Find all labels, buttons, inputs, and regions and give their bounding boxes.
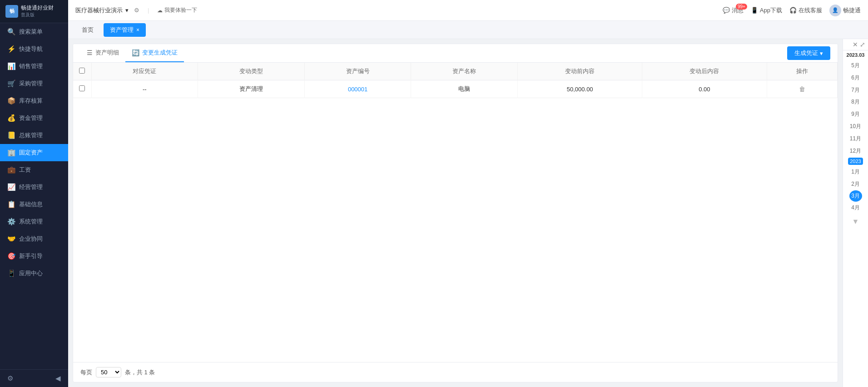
logo-name: 畅捷通好业财 — [21, 5, 54, 12]
tab-home[interactable]: 首页 — [75, 23, 100, 37]
avatar: 👤 — [829, 5, 841, 16]
subtabs-bar: ☰ 资产明细 🔄 变更生成凭证 生成凭证 ▾ — [73, 44, 838, 63]
row-asset-no[interactable]: 000001 — [304, 80, 411, 98]
timeline-scroll-area: 2023.03 5月 6月 7月 8月 9月 10月 11月 12月 2023 … — [843, 50, 868, 387]
list-icon: ☰ — [87, 49, 93, 56]
delete-icon[interactable]: 🗑 — [799, 85, 805, 93]
sidebar-item-label: 快捷导航 — [19, 45, 43, 53]
select-all-checkbox[interactable] — [79, 68, 85, 74]
col-action: 操作 — [767, 63, 837, 80]
row-after: 0.00 — [642, 80, 767, 98]
timeline-month-11[interactable]: 11月 — [843, 133, 868, 145]
home-tab-label: 首页 — [82, 26, 94, 33]
sidebar-item-inventory[interactable]: 📦 库存核算 — [0, 92, 68, 109]
messages-button[interactable]: 💬 消息 99+ — [723, 6, 744, 15]
search-icon: 🔍 — [7, 28, 15, 36]
timeline-month-9[interactable]: 9月 — [843, 108, 868, 120]
user-label: 畅捷通 — [843, 6, 861, 15]
timeline-down-arrow-area: ▼ — [848, 214, 863, 229]
sidebar-item-label: 应用中心 — [19, 269, 43, 278]
timeline-month-4[interactable]: 4月 — [843, 202, 868, 214]
sidebar-item-ops[interactable]: 📈 经营管理 — [0, 179, 68, 196]
pagination: 每页 50 10 20 100 条，共 1 条 — [73, 362, 838, 382]
timeline-month-10[interactable]: 10月 — [843, 120, 868, 133]
sidebar-item-purchase[interactable]: 🛒 采购管理 — [0, 75, 68, 92]
company-selector[interactable]: 医疗器械行业演示 ▾ — [75, 6, 129, 15]
inventory-icon: 📦 — [7, 97, 15, 105]
timeline-month-5[interactable]: 5月 — [843, 60, 868, 72]
row-select-checkbox[interactable] — [79, 85, 85, 91]
sidebar-item-label: 采购管理 — [19, 79, 43, 88]
customer-service-label: 在线客服 — [799, 6, 822, 15]
sidebar-item-label: 企业协同 — [19, 235, 43, 243]
sidebar-item-label: 固定资产 — [19, 149, 43, 157]
subtab1-label: 资产明细 — [95, 49, 119, 57]
purchase-icon: 🛒 — [7, 79, 15, 88]
sidebar-item-collab[interactable]: 🤝 企业协同 — [0, 230, 68, 248]
sidebar-item-basic[interactable]: 📋 基础信息 — [0, 196, 68, 213]
sidebar-item-label: 库存核算 — [19, 97, 43, 105]
sidebar-logo: 畅 畅捷通好业财 普及版 — [0, 0, 68, 23]
user-avatar-area[interactable]: 👤 畅捷通 — [829, 5, 861, 16]
sidebar-item-label: 销售管理 — [19, 62, 43, 70]
timeline-down-arrow[interactable]: ▼ — [850, 216, 861, 228]
active-tab-label: 资产管理 — [110, 26, 134, 34]
row-action[interactable]: 🗑 — [767, 80, 837, 98]
col-voucher: 对应凭证 — [91, 63, 198, 80]
sidebar-item-label: 搜索菜单 — [19, 28, 43, 36]
settings-icon[interactable]: ⚙ — [7, 374, 13, 382]
sidebar-item-system[interactable]: ⚙️ 系统管理 — [0, 213, 68, 230]
generate-voucher-button[interactable]: 生成凭证 ▾ — [787, 46, 830, 60]
sidebar-item-quicknav[interactable]: ⚡ 快捷导航 — [0, 40, 68, 58]
settings-gear-icon[interactable]: ⚙ — [134, 7, 139, 14]
subtab-generate-voucher[interactable]: 🔄 变更生成凭证 — [125, 44, 184, 62]
subtab-asset-detail[interactable]: ☰ 资产明细 — [80, 44, 125, 62]
topbar: 医疗器械行业演示 ▾ ⚙ | ☁ 我要体验一下 💬 消息 99+ 📱 App下载… — [68, 0, 868, 21]
main-area: 医疗器械行业演示 ▾ ⚙ | ☁ 我要体验一下 💬 消息 99+ 📱 App下载… — [68, 0, 868, 387]
demo-item[interactable]: ☁ 我要体验一下 — [157, 6, 197, 14]
col-asset-name: 资产名称 — [411, 63, 518, 80]
sidebar-item-ledger[interactable]: 📒 总账管理 — [0, 127, 68, 144]
sidebar-item-label: 新手引导 — [19, 252, 43, 260]
timeline-month-1[interactable]: 1月 — [843, 166, 868, 178]
timeline-year-badge: 2023 — [848, 158, 863, 165]
app-download-button[interactable]: 📱 App下载 — [751, 6, 782, 15]
sidebar-toggle-icon[interactable]: ◀ — [55, 374, 61, 382]
voucher-icon: 🔄 — [132, 49, 139, 56]
sidebar-item-fixed[interactable]: 🏢 固定资产 — [0, 144, 68, 161]
generate-btn-arrow: ▾ — [820, 50, 823, 57]
content-panel: ☰ 资产明细 🔄 变更生成凭证 生成凭证 ▾ — [73, 44, 838, 382]
timeline-month-12[interactable]: 12月 — [843, 145, 868, 157]
total-label: 条，共 1 条 — [125, 368, 155, 377]
per-page-select[interactable]: 50 10 20 100 — [96, 367, 121, 377]
timeline-close-button[interactable]: ✕ — [853, 41, 858, 48]
timeline-month-6[interactable]: 6月 — [843, 72, 868, 84]
sidebar-item-label: 系统管理 — [19, 218, 43, 226]
dropdown-icon: ▾ — [125, 7, 129, 14]
sidebar-item-search[interactable]: 🔍 搜索菜单 — [0, 23, 68, 40]
sidebar-item-payroll[interactable]: 💼 工资 — [0, 161, 68, 179]
collab-icon: 🤝 — [7, 235, 15, 243]
system-icon: ⚙️ — [7, 218, 15, 226]
customer-service-button[interactable]: 🎧 在线客服 — [789, 6, 822, 15]
tab-close-icon[interactable]: × — [136, 27, 139, 33]
sidebar-item-apps[interactable]: 📱 应用中心 — [0, 265, 68, 282]
demo-label: 我要体验一下 — [164, 6, 197, 14]
col-asset-no: 资产编号 — [304, 63, 411, 80]
timeline-month-8[interactable]: 8月 — [843, 96, 868, 108]
generate-btn-label: 生成凭证 — [794, 49, 818, 57]
messages-badge: 99+ — [736, 4, 747, 10]
col-after: 变动后内容 — [642, 63, 767, 80]
sidebar-item-funds[interactable]: 💰 资金管理 — [0, 109, 68, 127]
basic-icon: 📋 — [7, 200, 15, 208]
tab-asset-management[interactable]: 资产管理 × — [104, 23, 146, 37]
timeline-month-7[interactable]: 7月 — [843, 84, 868, 96]
row-checkbox[interactable] — [73, 80, 91, 98]
timeline-month-3[interactable]: 3月 — [849, 190, 862, 202]
sidebar-item-sales[interactable]: 📊 销售管理 — [0, 58, 68, 75]
row-change-type: 资产清理 — [198, 80, 305, 98]
timeline-expand-button[interactable]: ⤢ — [860, 41, 865, 48]
sidebar-item-guide[interactable]: 🎯 新手引导 — [0, 248, 68, 265]
sales-icon: 📊 — [7, 62, 15, 70]
timeline-month-2[interactable]: 2月 — [843, 178, 868, 190]
